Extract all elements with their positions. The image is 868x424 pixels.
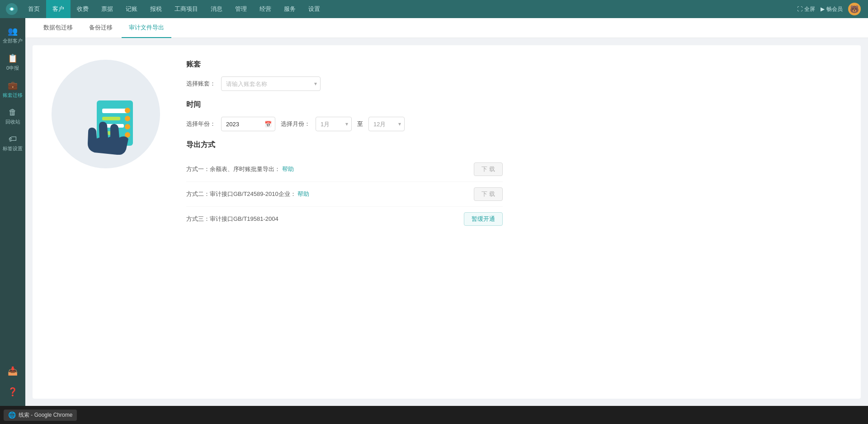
year-label: 选择年份： [186,120,216,128]
vip-label: 畅会员 [826,5,843,13]
fullscreen-button[interactable]: ⛶ 全屏 [797,5,815,13]
method-2-text: 方式二：审计接口GB/T24589-2010企业： 帮助 [186,190,309,198]
download-icon[interactable]: 📥 [4,362,21,380]
main-layout: 👥 全部客户 📋 0申报 💼 账套迁移 🗑 回收站 🏷 标签设置 📥 ❓ 数据包… [0,18,868,406]
avatar[interactable]: 🐻 [848,3,861,15]
method-1-label: 方式一：余额表、序时账批量导出： [186,166,280,172]
time-title: 时间 [186,100,503,110]
nav-items: 首页 客户 收费 票据 记账 报税 工商项目 消息 管理 经营 服务 设置 [22,0,797,18]
nav-manage[interactable]: 管理 [229,0,253,18]
sidebar-item-label: 账套迁移 [3,92,23,99]
method-2-label: 方式二：审计接口GB/T24589-2010企业： [186,191,296,197]
sidebar: 👥 全部客户 📋 0申报 💼 账套迁移 🗑 回收站 🏷 标签设置 📥 ❓ [0,18,25,406]
nav-tax[interactable]: 报税 [144,0,168,18]
sidebar-item-all-clients[interactable]: 👥 全部客户 [0,22,25,49]
year-input-wrapper: 📅 [221,117,275,131]
sidebar-item-account-migrate[interactable]: 💼 账套迁移 [0,76,25,103]
export-method-3: 方式三：审计接口GB/T19581-2004 暂缓开通 [186,207,503,231]
illustration-svg [70,73,142,155]
taskbar-chrome-item[interactable]: 🌐 线索 - Google Chrome [4,410,77,421]
accountset-title: 账套 [186,60,503,69]
method-2-help-link[interactable]: 帮助 [297,191,309,197]
export-method-1: 方式一：余额表、序时账批量导出： 帮助 下 载 [186,157,503,182]
method-3-text: 方式三：审计接口GB/T19581-2004 [186,215,278,223]
accountset-select-wrapper: 请输入账套名称 [221,76,321,91]
chrome-icon: 🌐 [8,411,16,419]
svg-point-9 [125,124,130,129]
top-nav-right: ⛶ 全屏 ▶ 畅会员 🐻 [797,3,868,15]
export-method-2: 方式二：审计接口GB/T24589-2010企业： 帮助 下 载 [186,182,503,207]
time-row: 选择年份： 📅 选择月份： 1月2月3月4月 5月6月7月8月 9月10月11月… [186,117,503,131]
sidebar-item-label: 0申报 [6,65,19,71]
nav-settings[interactable]: 设置 [302,0,326,18]
method-3-pending-button[interactable]: 暂缓开通 [464,212,503,226]
app-logo [4,1,20,17]
accountset-section: 账套 选择账套： 请输入账套名称 [186,60,503,91]
declare-icon: 📋 [8,53,18,63]
month-end-wrapper: 1月2月3月4月 5月6月7月8月 9月10月11月12月 [368,117,405,131]
help-icon[interactable]: ❓ [4,383,21,400]
sidebar-bottom: 📥 ❓ [4,362,21,406]
nav-client[interactable]: 客户 [46,0,71,18]
vip-button[interactable]: ▶ 畅会员 [821,5,843,13]
svg-rect-4 [102,117,120,120]
accountset-label: 选择账套： [186,80,216,88]
svg-rect-3 [102,109,127,113]
illustration-area [47,60,165,168]
tab-bar: 数据包迁移 备份迁移 审计文件导出 [25,18,868,38]
month-end-select[interactable]: 1月2月3月4月 5月6月7月8月 9月10月11月12月 [368,117,405,131]
accountset-select[interactable]: 请输入账套名称 [221,76,321,91]
sidebar-item-label: 全部客户 [3,38,23,44]
nav-home[interactable]: 首页 [22,0,46,18]
nav-service[interactable]: 服务 [278,0,302,18]
sidebar-item-label: 标签设置 [3,145,23,152]
fullscreen-label: 全屏 [804,5,815,13]
method-1-text: 方式一：余额表、序时账批量导出： 帮助 [186,165,294,173]
method-1-download-button[interactable]: 下 载 [474,162,503,176]
sidebar-item-zero-declare[interactable]: 📋 0申报 [0,49,25,76]
illustration-circle [52,60,160,168]
svg-point-10 [125,132,130,138]
nav-bookkeep[interactable]: 记账 [119,0,144,18]
export-mode-section: 导出方式 方式一：余额表、序时账批量导出： 帮助 下 载 方式二：审计接口GB/… [186,140,503,231]
tab-data-migrate[interactable]: 数据包迁移 [36,18,80,38]
accountset-row: 选择账套： 请输入账套名称 [186,76,503,91]
migrate-icon: 💼 [8,81,18,91]
tab-audit-export[interactable]: 审计文件导出 [122,18,171,38]
sidebar-item-recycle[interactable]: 🗑 回收站 [0,103,25,130]
nav-business[interactable]: 工商项目 [168,0,204,18]
recycle-icon: 🗑 [9,108,17,117]
taskbar: 🌐 线索 - Google Chrome [0,406,868,424]
method-1-help-link[interactable]: 帮助 [282,166,294,172]
year-input[interactable] [221,117,275,131]
svg-point-8 [125,116,130,121]
method-2-download-button[interactable]: 下 载 [474,187,503,201]
month-label: 选择月份： [281,120,310,128]
month-start-select[interactable]: 1月2月3月4月 5月6月7月8月 9月10月11月12月 [316,117,352,131]
nav-message[interactable]: 消息 [204,0,229,18]
tab-backup-migrate[interactable]: 备份迁移 [82,18,120,38]
nav-operation[interactable]: 经营 [253,0,278,18]
month-start-wrapper: 1月2月3月4月 5月6月7月8月 9月10月11月12月 [316,117,352,131]
time-section: 时间 选择年份： 📅 选择月份： 1月2月3月4月 5月6月7月8月 [186,100,503,131]
main-content: 账套 选择账套： 请输入账套名称 时间 选择年 [33,45,861,399]
fullscreen-icon: ⛶ [797,6,802,12]
content-area: 数据包迁移 备份迁移 审计文件导出 [25,18,868,406]
svg-point-1 [10,8,13,10]
nav-fee[interactable]: 收费 [71,0,95,18]
sidebar-item-label: 回收站 [5,119,20,125]
people-icon: 👥 [8,26,18,36]
time-separator: 至 [357,120,363,128]
nav-invoice[interactable]: 票据 [95,0,119,18]
form-area: 账套 选择账套： 请输入账套名称 时间 选择年 [186,60,503,231]
vip-icon: ▶ [821,6,825,12]
export-mode-title: 导出方式 [186,140,503,150]
sidebar-item-tag-settings[interactable]: 🏷 标签设置 [0,130,25,157]
tag-icon: 🏷 [9,134,17,144]
top-nav: 首页 客户 收费 票据 记账 报税 工商项目 消息 管理 经营 服务 设置 ⛶ … [0,0,868,18]
svg-point-7 [125,108,130,113]
taskbar-item-label: 线索 - Google Chrome [19,411,72,419]
method-3-label: 方式三：审计接口GB/T19581-2004 [186,215,278,222]
